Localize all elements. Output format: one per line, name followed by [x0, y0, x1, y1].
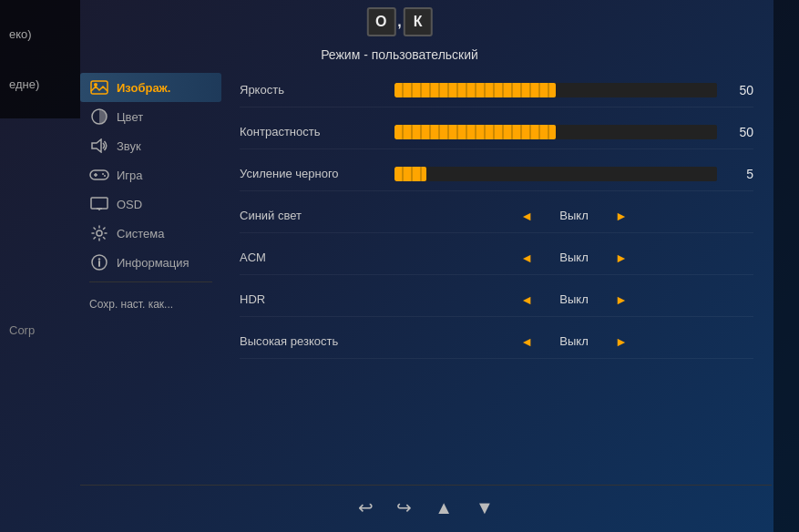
contrast-fill [394, 125, 556, 139]
ok-separator: , [397, 14, 401, 30]
sidebar-item-system[interactable]: Система [80, 219, 221, 248]
corp-text: Corp [9, 323, 35, 337]
main-content: Изображ. Цвет [80, 68, 772, 468]
black-boost-track[interactable] [394, 167, 717, 181]
acm-arrow-right[interactable]: ► [615, 251, 628, 265]
info-icon [89, 254, 109, 271]
bottom-nav: ↩ ↪ ▲ ▼ [80, 485, 772, 518]
corp-overlay: Corp [0, 319, 80, 342]
sidebar-label-image: Изображ. [117, 81, 170, 95]
screen: еко) едне) Corp О , К Режим - пользовате… [0, 0, 799, 532]
down-button[interactable]: ▼ [476, 497, 494, 518]
blue-light-arrow-right[interactable]: ► [615, 209, 628, 223]
svg-point-8 [104, 175, 106, 177]
image-icon [89, 79, 109, 96]
sound-icon [89, 138, 109, 154]
brightness-value: 50 [726, 83, 753, 97]
brightness-track[interactable] [394, 83, 717, 97]
brightness-fill [394, 83, 556, 97]
ok-key-o[interactable]: О [366, 7, 395, 36]
svg-rect-9 [91, 198, 108, 209]
hdr-arrow-left[interactable]: ◄ [520, 292, 533, 307]
sharpness-value: Выкл [547, 334, 601, 348]
contrast-track[interactable] [394, 125, 717, 139]
brightness-label: Яркость [240, 83, 394, 97]
sidebar-label-system: Система [117, 227, 164, 240]
color-icon [89, 108, 109, 125]
enter-button[interactable]: ↪ [396, 496, 412, 518]
sidebar-label-osd: OSD [117, 198, 142, 211]
save-settings-label: Сохр. наст. как... [89, 298, 173, 311]
black-boost-value: 5 [726, 167, 753, 181]
save-settings-button[interactable]: Сохр. наст. как... [80, 292, 221, 317]
right-edge [773, 0, 799, 532]
sidebar-label-color: Цвет [117, 110, 143, 124]
svg-rect-0 [91, 81, 108, 94]
svg-point-7 [102, 173, 104, 175]
brightness-control: 50 [394, 83, 753, 97]
blue-light-control: ◄ Выкл ► [394, 209, 753, 223]
ok-key-k[interactable]: К [404, 7, 433, 36]
osd-icon [89, 196, 109, 212]
black-boost-control: 5 [394, 167, 753, 181]
svg-point-12 [97, 230, 102, 236]
black-boost-row: Усиление черного 5 [240, 157, 753, 191]
black-boost-label: Усиление черного [240, 167, 394, 180]
acm-label: ACM [240, 251, 394, 264]
top-bar: О , К [0, 0, 799, 50]
svg-rect-4 [90, 170, 108, 179]
contrast-value: 50 [726, 125, 753, 139]
sharpness-row: Высокая резкость ◄ Выкл ► [240, 324, 753, 359]
hdr-value: Выкл [547, 292, 601, 306]
sidebar-item-color[interactable]: Цвет [80, 102, 221, 131]
sharpness-label: Высокая резкость [240, 334, 394, 348]
acm-value: Выкл [547, 251, 601, 264]
mode-title: Режим - пользовательский [0, 47, 799, 62]
overlay-text-2: едне) [9, 77, 71, 91]
sidebar-item-sound[interactable]: Звук [80, 131, 221, 160]
ok-button-container[interactable]: О , К [366, 7, 432, 36]
back-button[interactable]: ↩ [358, 496, 374, 518]
contrast-label: Контрастность [240, 125, 394, 138]
settings-panel: Яркость 50 Контрастность 50 [221, 68, 772, 468]
sidebar-label-sound: Звук [117, 139, 141, 153]
sidebar-label-info: Информация [117, 256, 190, 270]
sidebar-item-image[interactable]: Изображ. [80, 73, 221, 102]
sidebar-divider [89, 281, 212, 282]
sidebar-item-game[interactable]: Игра [80, 160, 221, 189]
blue-light-label: Синий свет [240, 209, 394, 222]
sidebar-item-info[interactable]: Информация [80, 248, 221, 277]
blue-light-arrow-left[interactable]: ◄ [520, 209, 533, 223]
svg-marker-3 [92, 139, 101, 152]
sharpness-arrow-left[interactable]: ◄ [520, 334, 533, 349]
sidebar-label-game: Игра [117, 169, 143, 182]
svg-point-15 [98, 258, 100, 260]
acm-row: ACM ◄ Выкл ► [240, 240, 753, 275]
system-icon [89, 225, 109, 241]
sidebar-item-osd[interactable]: OSD [80, 189, 221, 219]
black-boost-fill [394, 167, 426, 181]
hdr-arrow-right[interactable]: ► [615, 292, 628, 307]
hdr-row: HDR ◄ Выкл ► [240, 282, 753, 317]
blue-light-value: Выкл [547, 209, 601, 222]
sharpness-control: ◄ Выкл ► [394, 334, 753, 349]
contrast-control: 50 [394, 125, 753, 139]
blue-light-row: Синий свет ◄ Выкл ► [240, 199, 753, 233]
game-icon [89, 167, 109, 183]
contrast-row: Контрастность 50 [240, 115, 753, 149]
acm-control: ◄ Выкл ► [394, 251, 753, 265]
hdr-label: HDR [240, 292, 394, 306]
acm-arrow-left[interactable]: ◄ [520, 251, 533, 265]
sharpness-arrow-right[interactable]: ► [615, 334, 628, 349]
sidebar: Изображ. Цвет [80, 68, 221, 468]
up-button[interactable]: ▲ [435, 497, 453, 518]
brightness-row: Яркость 50 [240, 73, 753, 107]
hdr-control: ◄ Выкл ► [394, 292, 753, 307]
